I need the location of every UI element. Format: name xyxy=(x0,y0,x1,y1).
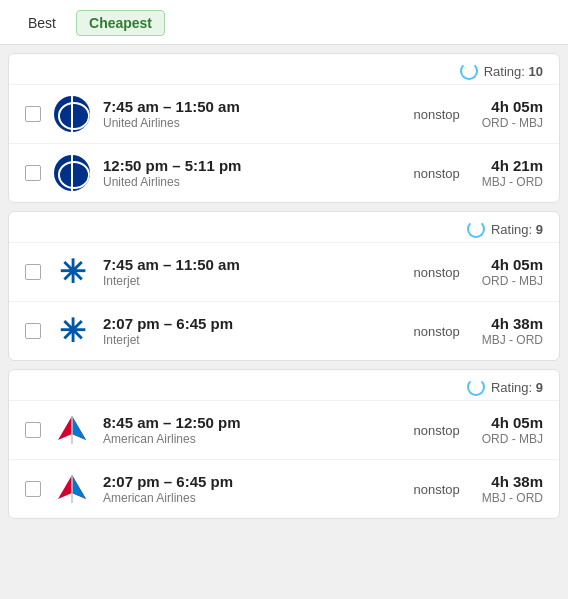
duration-time-3-1: 4h 05m xyxy=(482,414,543,431)
tab-bar: Best Cheapest xyxy=(0,0,568,45)
rating-value-2: 9 xyxy=(536,222,543,237)
flight-type-2-2: nonstop xyxy=(392,324,482,339)
airline-logo-united-1 xyxy=(53,95,91,133)
flight-duration-3-2: 4h 38m MBJ - ORD xyxy=(482,473,543,505)
route-3-1: ORD - MBJ xyxy=(482,432,543,446)
american-airlines-icon-1 xyxy=(54,412,90,448)
rating-container-1: Rating: 10 xyxy=(460,62,543,80)
airline-logo-united-2 xyxy=(53,154,91,192)
rating-icon-3 xyxy=(467,378,485,396)
interjet-icon-2: ✳ xyxy=(54,313,90,349)
checkbox-1-2[interactable] xyxy=(25,165,41,181)
flight-row-1-2: 12:50 pm – 5:11 pm United Airlines nonst… xyxy=(9,143,559,202)
route-2-2: MBJ - ORD xyxy=(482,333,543,347)
checkbox-3-1[interactable] xyxy=(25,422,41,438)
duration-time-3-2: 4h 38m xyxy=(482,473,543,490)
flight-type-2-1: nonstop xyxy=(392,265,482,280)
card-header-2: Rating: 9 xyxy=(9,212,559,242)
airline-name-3-1: American Airlines xyxy=(103,432,392,446)
rating-label-1: Rating: xyxy=(484,64,525,79)
flight-info-3-1: 8:45 am – 12:50 pm American Airlines xyxy=(103,414,392,446)
flight-time-1-2: 12:50 pm – 5:11 pm xyxy=(103,157,392,174)
duration-time-1-1: 4h 05m xyxy=(482,98,543,115)
flight-row-2-2: ✳ 2:07 pm – 6:45 pm Interjet nonstop 4h … xyxy=(9,301,559,360)
flight-type-3-1: nonstop xyxy=(392,423,482,438)
route-1-1: ORD - MBJ xyxy=(482,116,543,130)
tab-cheapest-label: Cheapest xyxy=(89,15,152,31)
card-header-1: Rating: 10 xyxy=(9,54,559,84)
flight-row-1-1: 7:45 am – 11:50 am United Airlines nonst… xyxy=(9,84,559,143)
rating-icon-1 xyxy=(460,62,478,80)
flight-card-3: Rating: 9 8:45 am – 12:50 pm American Ai… xyxy=(8,369,560,519)
flight-duration-2-1: 4h 05m ORD - MBJ xyxy=(482,256,543,288)
airline-name-1-2: United Airlines xyxy=(103,175,392,189)
airline-logo-interjet-1: ✳ xyxy=(53,253,91,291)
tab-cheapest[interactable]: Cheapest xyxy=(76,10,165,36)
airline-logo-aa-1 xyxy=(53,411,91,449)
duration-time-2-2: 4h 38m xyxy=(482,315,543,332)
flight-card-1: Rating: 10 7:45 am – 11:50 am United Air… xyxy=(8,53,560,203)
flight-time-2-1: 7:45 am – 11:50 am xyxy=(103,256,392,273)
flight-type-3-2: nonstop xyxy=(392,482,482,497)
flight-row-2-1: ✳ 7:45 am – 11:50 am Interjet nonstop 4h… xyxy=(9,242,559,301)
route-2-1: ORD - MBJ xyxy=(482,274,543,288)
united-airlines-icon xyxy=(54,96,90,132)
interjet-icon-1: ✳ xyxy=(54,254,90,290)
rating-value-3: 9 xyxy=(536,380,543,395)
flight-duration-1-2: 4h 21m MBJ - ORD xyxy=(482,157,543,189)
rating-container-2: Rating: 9 xyxy=(467,220,543,238)
flight-info-1-1: 7:45 am – 11:50 am United Airlines xyxy=(103,98,392,130)
tab-best-label: Best xyxy=(28,15,56,31)
airline-name-3-2: American Airlines xyxy=(103,491,392,505)
flight-row-3-1: 8:45 am – 12:50 pm American Airlines non… xyxy=(9,400,559,459)
flight-time-1-1: 7:45 am – 11:50 am xyxy=(103,98,392,115)
flight-info-1-2: 12:50 pm – 5:11 pm United Airlines xyxy=(103,157,392,189)
flight-info-3-2: 2:07 pm – 6:45 pm American Airlines xyxy=(103,473,392,505)
duration-time-1-2: 4h 21m xyxy=(482,157,543,174)
flight-time-2-2: 2:07 pm – 6:45 pm xyxy=(103,315,392,332)
svg-marker-4 xyxy=(72,475,86,499)
checkbox-2-1[interactable] xyxy=(25,264,41,280)
tab-best[interactable]: Best xyxy=(16,11,68,35)
airline-logo-aa-2 xyxy=(53,470,91,508)
airline-name-2-2: Interjet xyxy=(103,333,392,347)
checkbox-3-2[interactable] xyxy=(25,481,41,497)
flight-row-3-2: 2:07 pm – 6:45 pm American Airlines nons… xyxy=(9,459,559,518)
card-header-3: Rating: 9 xyxy=(9,370,559,400)
american-airlines-icon-2 xyxy=(54,471,90,507)
flight-card-2: Rating: 9 ✳ 7:45 am – 11:50 am Interjet … xyxy=(8,211,560,361)
rating-label-2: Rating: xyxy=(491,222,532,237)
flight-type-1-1: nonstop xyxy=(392,107,482,122)
flight-duration-2-2: 4h 38m MBJ - ORD xyxy=(482,315,543,347)
rating-icon-2 xyxy=(467,220,485,238)
airline-name-1-1: United Airlines xyxy=(103,116,392,130)
duration-time-2-1: 4h 05m xyxy=(482,256,543,273)
flight-duration-1-1: 4h 05m ORD - MBJ xyxy=(482,98,543,130)
route-3-2: MBJ - ORD xyxy=(482,491,543,505)
rating-label-3: Rating: xyxy=(491,380,532,395)
checkbox-2-2[interactable] xyxy=(25,323,41,339)
airline-name-2-1: Interjet xyxy=(103,274,392,288)
flight-type-1-2: nonstop xyxy=(392,166,482,181)
flight-info-2-1: 7:45 am – 11:50 am Interjet xyxy=(103,256,392,288)
rating-value-1: 10 xyxy=(529,64,543,79)
flight-time-3-2: 2:07 pm – 6:45 pm xyxy=(103,473,392,490)
flight-time-3-1: 8:45 am – 12:50 pm xyxy=(103,414,392,431)
united-airlines-icon-2 xyxy=(54,155,90,191)
flight-duration-3-1: 4h 05m ORD - MBJ xyxy=(482,414,543,446)
flight-info-2-2: 2:07 pm – 6:45 pm Interjet xyxy=(103,315,392,347)
airline-logo-interjet-2: ✳ xyxy=(53,312,91,350)
checkbox-1-1[interactable] xyxy=(25,106,41,122)
route-1-2: MBJ - ORD xyxy=(482,175,543,189)
svg-marker-1 xyxy=(72,416,86,440)
rating-container-3: Rating: 9 xyxy=(467,378,543,396)
